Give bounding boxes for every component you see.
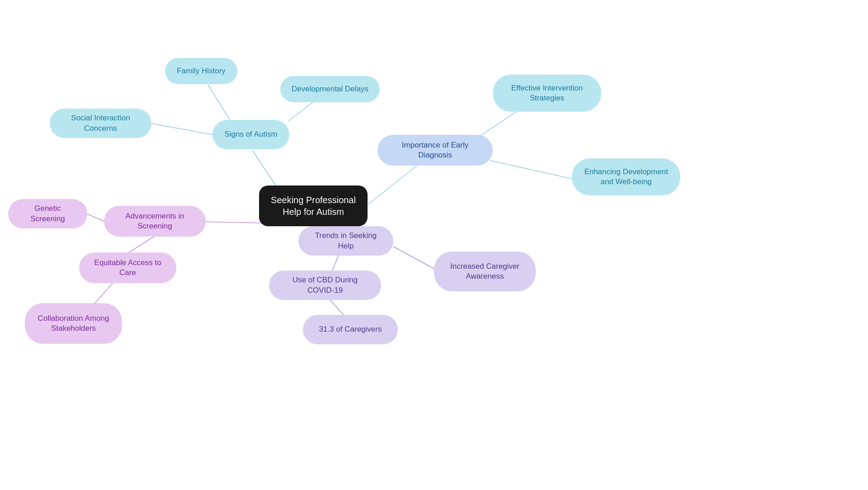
importance-early-diagnosis-node[interactable]: Importance of Early Diagnosis <box>377 135 493 166</box>
developmental-delays-node[interactable]: Developmental Delays <box>280 76 380 102</box>
use-cbd-node[interactable]: Use of CBD During COVID-19 <box>269 271 381 300</box>
svg-line-13 <box>330 300 344 315</box>
central-node[interactable]: Seeking Professional Help for Autism <box>259 186 368 226</box>
caregivers-31-node[interactable]: 31.3 of Caregivers <box>303 315 398 344</box>
increased-caregiver-node[interactable]: Increased Caregiver Awareness <box>434 252 536 291</box>
signs-of-autism-node[interactable]: Signs of Autism <box>212 120 289 149</box>
svg-line-1 <box>208 85 231 121</box>
enhancing-development-node[interactable]: Enhancing Development and Well-being <box>572 158 680 195</box>
svg-line-12 <box>332 254 339 271</box>
svg-line-2 <box>151 124 213 135</box>
effective-intervention-node[interactable]: Effective Intervention Strategies <box>493 75 601 112</box>
equitable-access-node[interactable]: Equitable Access to Care <box>79 252 176 283</box>
collaboration-node[interactable]: Collaboration Among Stakeholders <box>25 303 122 344</box>
family-history-node[interactable]: Family History <box>165 58 237 84</box>
social-interaction-node[interactable]: Social Interaction Concerns <box>50 109 151 138</box>
svg-line-6 <box>491 161 572 179</box>
svg-line-14 <box>393 247 435 269</box>
svg-line-10 <box>95 283 113 303</box>
genetic-screening-node[interactable]: Genetic Screening <box>8 199 87 228</box>
svg-line-9 <box>129 236 155 252</box>
trends-seeking-help-node[interactable]: Trends in Seeking Help <box>298 226 393 256</box>
svg-line-8 <box>87 214 105 222</box>
advancements-screening-node[interactable]: Advancements in Screening <box>104 206 206 237</box>
